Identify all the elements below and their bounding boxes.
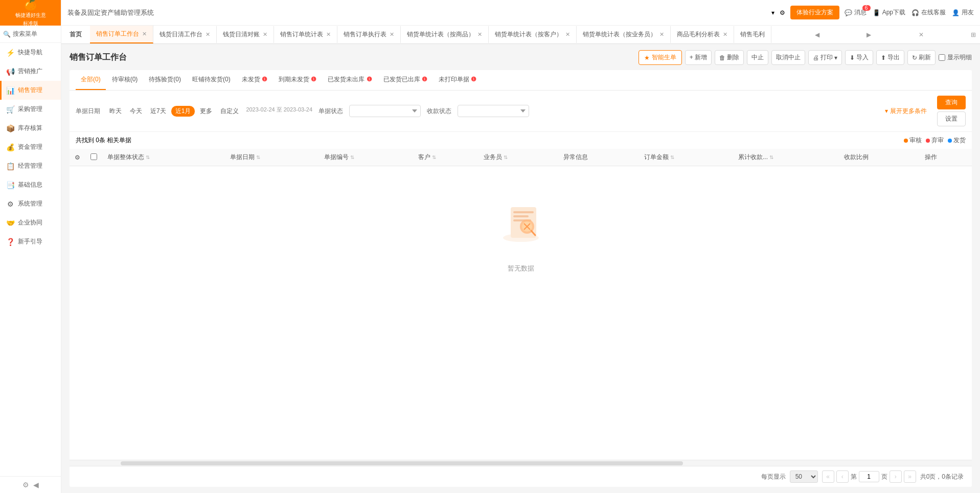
marketing-icon: 📢	[6, 68, 15, 76]
sidebar-item-search[interactable]: 🔍 搜索菜单	[0, 26, 61, 43]
tab-sales-profit[interactable]: 销售毛利	[734, 26, 771, 43]
import-btn[interactable]: ⬇ 导入	[845, 50, 873, 65]
setting-btn[interactable]: 设置	[937, 111, 966, 126]
sub-tab-shipped-not-out[interactable]: 已发货未出库 ❶	[323, 70, 377, 90]
tab-sales-workbench-close[interactable]: ✕	[142, 31, 147, 37]
main-content: 装备及固定资产辅助管理系统 ▾ ⚙ 体验行业方案 💬 消息 6 📱 App下载 …	[61, 0, 980, 493]
stop-btn[interactable]: 中止	[747, 50, 768, 65]
tab-sales-by-staff-close[interactable]: ✕	[659, 31, 664, 38]
experience-btn[interactable]: 体验行业方案	[790, 6, 839, 19]
tab-sales-by-customer-close[interactable]: ✕	[565, 31, 570, 38]
add-btn[interactable]: + 新增	[685, 50, 712, 65]
tab-cash-daily-close[interactable]: ✕	[206, 31, 210, 38]
date-custom[interactable]: 自定义	[217, 106, 242, 117]
user-btn[interactable]: 👤 用友	[952, 8, 974, 17]
payment-filter-select[interactable]	[458, 105, 529, 117]
date-yesterday[interactable]: 昨天	[106, 106, 125, 117]
th-settings[interactable]: ⚙	[70, 149, 85, 166]
sidebar-item-finance[interactable]: 💰 资金管理	[0, 138, 61, 156]
sub-tab-shipped-out[interactable]: 已发货已出库 ❶	[378, 70, 432, 90]
show-detail-checkbox[interactable]	[939, 54, 945, 61]
tab-expand[interactable]: ⊞	[967, 27, 980, 42]
tab-sales-by-product-close[interactable]: ✕	[477, 31, 482, 38]
review-btn[interactable]: 审核	[904, 136, 922, 145]
dropdown-icon[interactable]: ▾	[771, 9, 774, 16]
cancel-stop-btn[interactable]: 取消中止	[771, 50, 805, 65]
tab-sales-stats-close[interactable]: ✕	[326, 31, 331, 38]
delete-btn[interactable]: 🗑 删除	[715, 50, 744, 65]
sidebar-item-quick-nav[interactable]: ⚡ 快捷导航	[0, 43, 61, 62]
tab-sales-exec[interactable]: 销售订单执行表 ✕	[337, 26, 401, 43]
sort-amount-icon[interactable]: ⇅	[670, 154, 674, 160]
sort-customer-icon[interactable]: ⇅	[432, 154, 436, 160]
per-page-select[interactable]: 10 20 50 100	[790, 470, 818, 483]
tab-nav-next[interactable]: ▶	[862, 27, 875, 42]
date-1month[interactable]: 近1月	[171, 106, 195, 117]
page-number-input[interactable]	[859, 471, 879, 482]
tab-sales-workbench[interactable]: 销售订单工作台 ✕	[90, 26, 153, 43]
app-download-btn[interactable]: 📱 App下载	[873, 8, 905, 17]
th-checkbox[interactable]	[85, 149, 102, 166]
horizontal-scrollbar[interactable]	[70, 460, 972, 466]
sub-tab-all[interactable]: 全部(0)	[76, 70, 106, 90]
tab-gross-profit-close[interactable]: ✕	[723, 31, 727, 38]
date-more[interactable]: 更多	[197, 106, 215, 117]
expand-filter-btn[interactable]: ▾ 展开更多条件	[885, 107, 927, 116]
page-next-btn[interactable]: ›	[890, 470, 902, 483]
guide-icon: ❓	[6, 238, 15, 246]
page-first-btn[interactable]: «	[822, 470, 834, 483]
sidebar-item-basic-info[interactable]: 📑 基础信息	[0, 175, 61, 194]
status-filter-select[interactable]	[349, 105, 421, 117]
sidebar-item-guide[interactable]: ❓ 新手引导	[0, 232, 61, 251]
export-btn[interactable]: ⬆ 导出	[876, 50, 904, 65]
sort-received-icon[interactable]: ⇅	[769, 154, 773, 160]
sub-tab-not-printed[interactable]: 未打印单据 ❶	[434, 70, 482, 90]
tab-close-all[interactable]: ✕	[915, 27, 928, 42]
tab-nav-prev[interactable]: ◀	[811, 27, 824, 42]
tab-sales-exec-close[interactable]: ✕	[390, 31, 394, 38]
show-detail-toggle[interactable]: 显示明细	[939, 53, 972, 62]
sidebar-item-operations[interactable]: 📋 经营管理	[0, 156, 61, 175]
tab-home[interactable]: 首页	[61, 26, 90, 43]
sort-status-icon[interactable]: ⇅	[146, 154, 150, 160]
collapse-icon[interactable]: ◀	[33, 481, 39, 489]
page-prev-btn[interactable]: ‹	[836, 470, 849, 483]
sub-tab-wangpu[interactable]: 旺铺待发货(0)	[187, 70, 236, 90]
ship-btn[interactable]: 发货	[948, 136, 966, 145]
online-service-btn[interactable]: 🎧 在线客服	[911, 8, 946, 17]
scroll-thumb[interactable]	[121, 461, 683, 465]
sort-date-icon[interactable]: ⇅	[256, 154, 260, 160]
message-btn[interactable]: 💬 消息 6	[845, 8, 867, 17]
tab-sales-stats[interactable]: 销售订单统计表 ✕	[274, 26, 337, 43]
settings-bottom-icon[interactable]: ⚙	[22, 481, 29, 489]
date-7days[interactable]: 近7天	[147, 106, 169, 117]
sidebar-item-purchase[interactable]: 🛒 采购管理	[0, 100, 61, 119]
smart-generate-btn[interactable]: ★ 智能生单	[639, 50, 682, 65]
tab-sales-by-staff[interactable]: 销货单统计表（按业务员） ✕	[577, 26, 671, 43]
sidebar-item-marketing[interactable]: 📢 营销推广	[0, 62, 61, 81]
sidebar-item-system[interactable]: ⚙ 系统管理	[0, 194, 61, 213]
sidebar-item-sales[interactable]: 📊 销售管理	[0, 81, 61, 100]
date-today[interactable]: 今天	[127, 106, 145, 117]
sub-tab-not-shipped[interactable]: 未发货 ❶	[237, 70, 272, 90]
page-last-btn[interactable]: »	[904, 470, 916, 483]
tab-sales-by-customer[interactable]: 销货单统计表（按客户） ✕	[489, 26, 577, 43]
sub-tab-overdue[interactable]: 到期未发货 ❶	[274, 70, 322, 90]
tab-sales-by-product[interactable]: 销货单统计表（按商品） ✕	[401, 26, 489, 43]
refresh-btn[interactable]: ↻ 刷新	[907, 50, 936, 65]
query-btn[interactable]: 查询	[937, 96, 966, 109]
sidebar-item-inventory[interactable]: 📦 库存核算	[0, 119, 61, 138]
settings-icon[interactable]: ⚙	[780, 9, 785, 16]
discard-review-btn[interactable]: 弃审	[926, 136, 944, 145]
tab-cash-reconcile[interactable]: 钱货日清对账 ✕	[217, 26, 274, 43]
sort-staff-icon[interactable]: ⇅	[504, 154, 508, 160]
tab-cash-daily[interactable]: 钱货日清工作台 ✕	[153, 26, 217, 43]
tab-cash-reconcile-close[interactable]: ✕	[263, 31, 267, 38]
sidebar-item-cooperation[interactable]: 🤝 企业协同	[0, 213, 61, 232]
sub-tab-pending-inspect[interactable]: 待拣验货(0)	[144, 70, 186, 90]
print-btn[interactable]: 🖨 打印 ▾	[808, 50, 842, 65]
select-all-checkbox[interactable]	[90, 153, 97, 160]
sort-number-icon[interactable]: ⇅	[350, 154, 354, 160]
sub-tab-pending-review[interactable]: 待审核(0)	[107, 70, 143, 90]
tab-gross-profit[interactable]: 商品毛利分析表 ✕	[671, 26, 734, 43]
